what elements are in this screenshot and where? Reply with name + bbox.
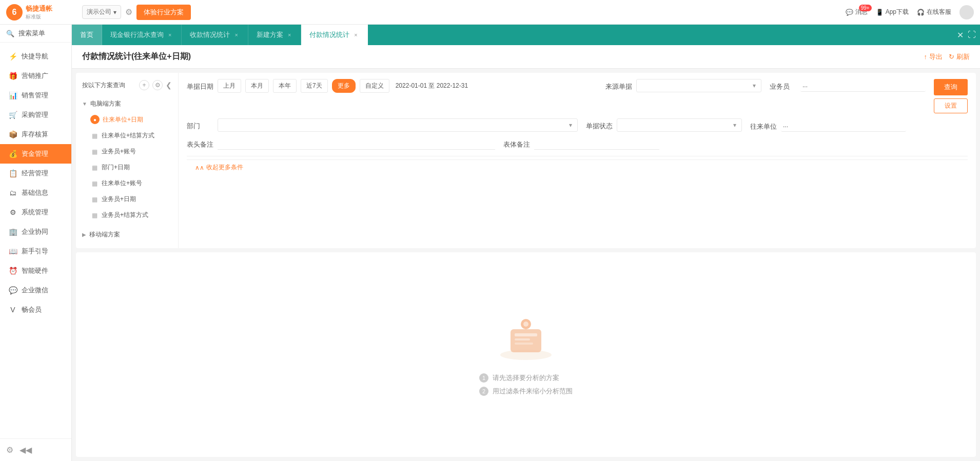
collapse-button[interactable]: ∧∧ 收起更多条件	[187, 159, 968, 175]
sidebar-item-quick-nav[interactable]: ⚡ 快捷导航	[0, 47, 71, 66]
salesperson-input[interactable]: ...	[800, 79, 926, 92]
wechat-label: 企业微信	[22, 286, 48, 295]
sidebar-item-member[interactable]: V 畅会员	[0, 300, 71, 319]
empty-tips: 1 请先选择要分析的方案 2 用过滤条件来缩小分析范围	[479, 373, 573, 396]
note-body-col: 表体备注	[495, 137, 659, 150]
scheme-collapse-button[interactable]: ❮	[166, 81, 172, 89]
date-btn-this-month[interactable]: 本月	[245, 79, 269, 93]
date-btn-7days[interactable]: 近7天	[301, 79, 328, 93]
company-selector[interactable]: 演示公司 ▾	[82, 5, 121, 19]
sidebar-item-sales[interactable]: 📊 销售管理	[0, 86, 71, 105]
tab-expand-icon[interactable]: ⛶	[968, 30, 976, 39]
date-range-display: 2022-01-01 至 2022-12-31	[396, 82, 468, 90]
tab-cash-bank-close[interactable]: ×	[167, 31, 173, 38]
sidebar-item-inventory[interactable]: 📦 库存核算	[0, 125, 71, 144]
dept-select[interactable]: ▾	[218, 118, 578, 132]
settings-bottom-icon[interactable]: ⚙	[6, 445, 13, 455]
tab-receipt-stats-close[interactable]: ×	[233, 31, 239, 38]
sidebar-item-system[interactable]: ⚙ 系统管理	[0, 203, 71, 222]
tab-cash-bank[interactable]: 现金银行流水查询 ×	[102, 25, 182, 45]
salesperson-label: 业务员	[770, 79, 800, 91]
scheme-item-6[interactable]: ▦ 业务员+结算方式	[76, 207, 178, 223]
inventory-label: 库存核算	[22, 130, 48, 139]
try-industry-button[interactable]: 体验行业方案	[136, 5, 191, 20]
sidebar-item-operations[interactable]: 📋 经营管理	[0, 164, 71, 183]
scheme-item-3[interactable]: ▦ 部门+日期	[76, 159, 178, 175]
sidebar-item-newbie[interactable]: 📖 新手引导	[0, 242, 71, 261]
scheme-item-1[interactable]: ▦ 往来单位+结算方式	[76, 128, 178, 144]
doc-status-select[interactable]: ▾	[617, 118, 742, 132]
purchase-label: 采购管理	[22, 110, 48, 119]
pc-scheme-group: ▼ 电脑端方案 ● 往来单位+日期 ▦ 往来单位+结算方式 ▦ 业务员+账号	[76, 94, 178, 225]
mobile-scheme-group-title[interactable]: ▶ 移动端方案	[76, 227, 178, 242]
tab-payment-stats[interactable]: 付款情况统计 ×	[301, 25, 367, 45]
sidebar-item-purchase[interactable]: 🛒 采购管理	[0, 105, 71, 125]
sidebar-item-smart-hw[interactable]: ⏰ 智能硬件	[0, 261, 71, 280]
sidebar-item-enterprise[interactable]: 🏢 企业协同	[0, 222, 71, 242]
scheme-item-5[interactable]: ▦ 业务员+日期	[76, 191, 178, 207]
date-btn-custom[interactable]: 自定义	[360, 79, 389, 93]
tab-cash-bank-label: 现金银行流水查询	[110, 30, 164, 39]
messages-item[interactable]: 💬 消息 99+	[846, 8, 868, 16]
tab-receipt-stats[interactable]: 收款情况统计 ×	[182, 25, 248, 45]
tab-home[interactable]: 首页	[72, 25, 102, 45]
collapse-sidebar-icon[interactable]: ◀◀	[19, 445, 32, 455]
tab-payment-stats-label: 付款情况统计	[309, 30, 349, 39]
sidebar-item-wechat[interactable]: 💬 企业微信	[0, 280, 71, 300]
tab-new-scheme-label: 新建方案	[257, 30, 283, 39]
avatar[interactable]	[959, 5, 974, 19]
scheme-item-0[interactable]: ● 往来单位+日期	[76, 111, 178, 128]
online-service-item[interactable]: 🎧 在线客服	[917, 8, 951, 16]
scheme-label-2: 业务员+账号	[102, 147, 136, 156]
add-scheme-button[interactable]: +	[139, 80, 149, 90]
tab-bar-right: ✕ ⛶	[953, 25, 980, 45]
scheme-item-2[interactable]: ▦ 业务员+账号	[76, 144, 178, 159]
note-body-label: 表体备注	[503, 137, 534, 149]
page-title: 付款情况统计(往来单位+日期)	[82, 51, 191, 62]
quick-nav-icon: ⚡	[8, 52, 17, 61]
partner-input[interactable]: ...	[781, 119, 906, 132]
scheme-settings-button[interactable]: ⚙	[152, 80, 163, 90]
sidebar-item-marketing[interactable]: 🎁 营销推广	[0, 66, 71, 86]
purchase-icon: 🛒	[8, 110, 17, 119]
refresh-button[interactable]: ↻ 刷新	[949, 52, 970, 62]
tab-new-scheme[interactable]: 新建方案 ×	[248, 25, 301, 45]
tab-new-scheme-close[interactable]: ×	[286, 31, 292, 38]
app-download-item[interactable]: 📱 App下载	[876, 8, 909, 16]
note-body-input[interactable]	[534, 137, 659, 150]
filter-row-date: 单据日期 上月 本月 本年 近7天 更多 自定义 2022-01-01 至 20…	[187, 79, 597, 93]
source-select[interactable]: ▾	[636, 79, 761, 92]
date-btn-more[interactable]: 更多	[332, 79, 356, 93]
filter-settings-button[interactable]: 设置	[934, 98, 968, 113]
scheme-panel: 按以下方案查询 + ⚙ ❮ ▼ 电脑端方案 ● 往来单位+日期	[76, 73, 179, 248]
top-bar-right: 💬 消息 99+ 📱 App下载 🎧 在线客服	[846, 5, 974, 19]
scheme-item-4[interactable]: ▦ 往来单位+账号	[76, 175, 178, 191]
date-btn-last-month[interactable]: 上月	[218, 79, 241, 93]
scheme-label-6: 业务员+结算方式	[102, 211, 148, 219]
service-icon: 🎧	[917, 9, 925, 16]
sidebar-item-basic-info[interactable]: 🗂 基础信息	[0, 183, 71, 203]
tab-close-all-icon[interactable]: ✕	[957, 30, 964, 40]
date-label: 单据日期	[187, 79, 218, 91]
app-download-label: App下载	[886, 8, 909, 16]
note-head-input[interactable]	[218, 137, 495, 150]
tip-num-1: 1	[479, 373, 488, 383]
query-button[interactable]: 查询	[934, 79, 968, 95]
pc-scheme-group-title[interactable]: ▼ 电脑端方案	[76, 96, 178, 111]
enterprise-icon: 🏢	[8, 227, 17, 236]
export-button[interactable]: ↑ 导出	[924, 52, 943, 62]
scheme-active-dot: ●	[90, 115, 100, 124]
wechat-icon: 💬	[8, 286, 17, 295]
doc-status-label: 单据状态	[586, 118, 617, 131]
search-icon: 🔍	[6, 30, 14, 37]
gear-icon-topbar[interactable]: ⚙	[125, 7, 132, 17]
sidebar-item-capital[interactable]: 💰 资金管理	[0, 144, 71, 164]
scheme-icon-5: ▦	[90, 195, 99, 204]
source-label: 来源单据	[605, 79, 636, 91]
svg-rect-1	[511, 329, 541, 352]
tab-payment-stats-close[interactable]: ×	[352, 31, 359, 38]
mobile-group-label: 移动端方案	[89, 230, 120, 239]
sidebar-search[interactable]: 🔍 搜索菜单	[0, 25, 71, 43]
date-btn-this-year[interactable]: 本年	[273, 79, 297, 93]
note-head-label: 表头备注	[187, 137, 218, 149]
